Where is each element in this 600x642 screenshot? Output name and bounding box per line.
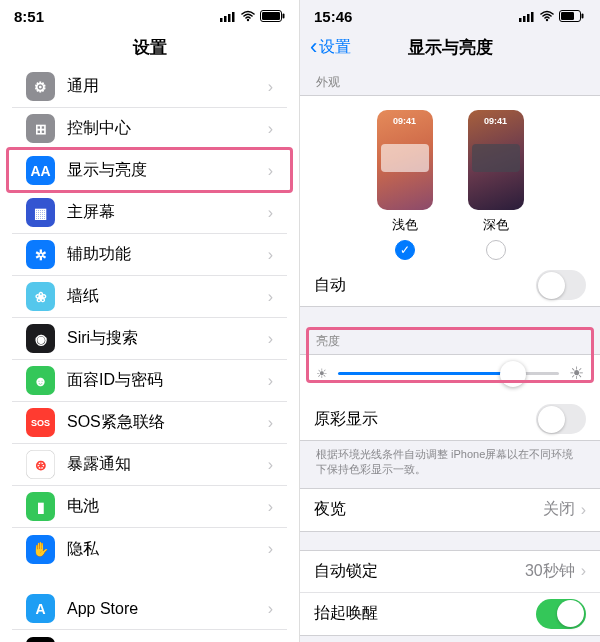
row-label: 墙纸: [67, 286, 268, 307]
sun-min-icon: ☀: [316, 366, 328, 381]
battery-icon: [559, 8, 586, 25]
svg-rect-10: [527, 14, 530, 22]
settings-list[interactable]: ⚙通用›⊞控制中心›AA显示与亮度›▦主屏幕›✲辅助功能›❀墙纸›◉Siri与搜…: [0, 66, 299, 642]
svg-rect-11: [531, 12, 534, 22]
svg-point-4: [247, 18, 249, 20]
status-bar: 15:46: [300, 0, 600, 28]
chevron-right-icon: ›: [581, 501, 586, 519]
settings-row-隐私[interactable]: ✋隐私›: [12, 528, 287, 570]
signal-icon: [220, 8, 236, 25]
row-label: 面容ID与密码: [67, 370, 268, 391]
settings-row-Siri与搜索[interactable]: ◉Siri与搜索›: [12, 318, 287, 360]
row-label: 电池: [67, 496, 268, 517]
row-icon: ▦: [26, 198, 55, 227]
true-tone-row[interactable]: 原彩显示: [300, 398, 600, 440]
svg-rect-2: [228, 14, 231, 22]
row-icon: ▭: [26, 637, 55, 643]
row-label: 通用: [67, 76, 268, 97]
back-label: 设置: [319, 37, 351, 58]
nav-bar: 设置: [0, 28, 299, 66]
settings-row-App Store[interactable]: AApp Store›: [12, 588, 287, 630]
display-settings-list[interactable]: 外观 09:41 浅色 09:41 深色: [300, 66, 600, 642]
dark-thumbnail: 09:41: [468, 110, 524, 210]
svg-rect-3: [232, 12, 235, 22]
chevron-left-icon: ‹: [310, 34, 317, 60]
chevron-right-icon: ›: [581, 562, 586, 580]
chevron-right-icon: ›: [268, 498, 273, 516]
settings-root-screen: 8:51 设置 ⚙通用›⊞控制中心›AA显示与亮度›▦主屏幕›✲辅助功能›❀墙纸…: [0, 0, 300, 642]
chevron-right-icon: ›: [268, 330, 273, 348]
row-label: SOS紧急联络: [67, 412, 268, 433]
row-label: 暴露通知: [67, 454, 268, 475]
appearance-dark-option[interactable]: 09:41 深色: [468, 110, 524, 260]
appearance-picker: 09:41 浅色 09:41 深色: [300, 96, 600, 264]
svg-rect-9: [523, 16, 526, 22]
status-bar: 8:51: [0, 0, 299, 28]
settings-row-辅助功能[interactable]: ✲辅助功能›: [12, 234, 287, 276]
appearance-light-option[interactable]: 09:41 浅色: [377, 110, 433, 260]
page-title: 显示与亮度: [408, 36, 493, 59]
row-label: 显示与亮度: [67, 160, 268, 181]
auto-toggle[interactable]: [536, 270, 586, 300]
svg-rect-6: [262, 12, 280, 20]
chevron-right-icon: ›: [268, 246, 273, 264]
chevron-right-icon: ›: [268, 120, 273, 138]
raise-to-wake-toggle[interactable]: [536, 599, 586, 629]
chevron-right-icon: ›: [268, 414, 273, 432]
brightness-slider[interactable]: [338, 372, 559, 375]
row-label: 主屏幕: [67, 202, 268, 223]
wifi-icon: [539, 8, 555, 25]
auto-appearance-row[interactable]: 自动: [300, 264, 600, 306]
settings-row-墙纸[interactable]: ❀墙纸›: [12, 276, 287, 318]
settings-row-电池[interactable]: ▮电池›: [12, 486, 287, 528]
svg-rect-15: [582, 13, 584, 18]
svg-rect-8: [519, 18, 522, 22]
row-icon: ◉: [26, 324, 55, 353]
settings-row-显示与亮度[interactable]: AA显示与亮度›: [12, 150, 287, 192]
settings-row-控制中心[interactable]: ⊞控制中心›: [12, 108, 287, 150]
chevron-right-icon: ›: [268, 540, 273, 558]
chevron-right-icon: ›: [268, 204, 273, 222]
row-label: App Store: [67, 600, 268, 618]
wifi-icon: [240, 8, 256, 25]
row-label: 控制中心: [67, 118, 268, 139]
status-time: 15:46: [314, 8, 352, 25]
settings-row-钱包与Apple Pay[interactable]: ▭钱包与Apple Pay›: [12, 630, 287, 642]
row-label: Siri与搜索: [67, 328, 268, 349]
chevron-right-icon: ›: [268, 162, 273, 180]
row-icon: ⚙: [26, 72, 55, 101]
display-brightness-screen: 15:46 ‹ 设置 显示与亮度 外观 09:41 浅色: [300, 0, 600, 642]
light-label: 浅色: [392, 216, 418, 234]
status-indicators: [519, 8, 586, 25]
battery-icon: [260, 8, 285, 25]
row-icon: ⊞: [26, 114, 55, 143]
settings-row-主屏幕[interactable]: ▦主屏幕›: [12, 192, 287, 234]
row-icon: ⊛: [26, 450, 55, 479]
chevron-right-icon: ›: [268, 372, 273, 390]
light-radio[interactable]: [395, 240, 415, 260]
signal-icon: [519, 8, 535, 25]
chevron-right-icon: ›: [268, 600, 273, 618]
row-icon: ✋: [26, 535, 55, 564]
auto-lock-row[interactable]: 自动锁定 30秒钟 ›: [300, 551, 600, 593]
night-shift-row[interactable]: 夜览 关闭 ›: [300, 489, 600, 531]
back-button[interactable]: ‹ 设置: [310, 34, 351, 60]
status-time: 8:51: [14, 8, 44, 25]
settings-row-通用[interactable]: ⚙通用›: [12, 66, 287, 108]
settings-row-面容ID与密码[interactable]: ☻面容ID与密码›: [12, 360, 287, 402]
raise-to-wake-row[interactable]: 抬起唤醒: [300, 593, 600, 635]
row-icon: ✲: [26, 240, 55, 269]
settings-row-暴露通知[interactable]: ⊛暴露通知›: [12, 444, 287, 486]
brightness-slider-row: ☀ ☀: [300, 355, 600, 398]
light-thumbnail: 09:41: [377, 110, 433, 210]
true-tone-toggle[interactable]: [536, 404, 586, 434]
svg-rect-0: [220, 18, 223, 22]
slider-thumb[interactable]: [500, 361, 526, 387]
dark-radio[interactable]: [486, 240, 506, 260]
sun-max-icon: ☀: [569, 363, 584, 384]
settings-row-SOS紧急联络[interactable]: SOSSOS紧急联络›: [12, 402, 287, 444]
row-icon: SOS: [26, 408, 55, 437]
appearance-header: 外观: [300, 66, 600, 95]
chevron-right-icon: ›: [268, 78, 273, 96]
chevron-right-icon: ›: [268, 288, 273, 306]
